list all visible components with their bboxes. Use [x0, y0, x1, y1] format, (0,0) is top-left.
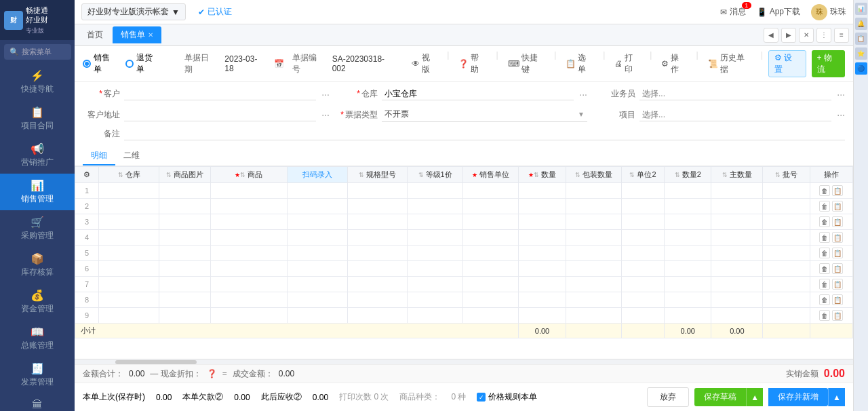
- row-warehouse-9[interactable]: [99, 308, 159, 324]
- sidebar-item-project[interactable]: 📋 项目合同: [0, 100, 75, 137]
- row-pack-qty-7[interactable]: [566, 277, 621, 292]
- row-pack-qty-6[interactable]: [566, 261, 621, 277]
- abandon-button[interactable]: 放弃: [647, 387, 689, 407]
- row-main-qty-2[interactable]: [711, 199, 763, 214]
- row-qty-6[interactable]: [519, 261, 566, 277]
- row-spec-3[interactable]: [347, 214, 407, 230]
- row-scan-5[interactable]: [288, 246, 347, 261]
- table-wrap[interactable]: ⚙ ⇅ 仓库 ⇅ 商品图片 ★⇅ 商品 扫码录入 ⇅ 规格型号 ⇅ 等级1价 ★…: [75, 166, 853, 359]
- right-panel-btn-4[interactable]: ⭐: [855, 47, 867, 60]
- row-unit2-2[interactable]: [621, 199, 664, 214]
- row-copy-btn-8[interactable]: 📋: [832, 294, 843, 305]
- row-batch-3[interactable]: [763, 214, 810, 230]
- row-scan-3[interactable]: [288, 214, 347, 230]
- row-unit-9[interactable]: [463, 308, 519, 324]
- row-spec-5[interactable]: [347, 246, 407, 261]
- tab-sales[interactable]: 销售单 ✕: [113, 26, 161, 43]
- address-picker[interactable]: ···: [321, 109, 330, 120]
- row-qty2-6[interactable]: [665, 261, 711, 277]
- row-scan-2[interactable]: [288, 199, 347, 214]
- shortcut-btn[interactable]: ⌨ 快捷键: [504, 50, 549, 77]
- row-qty-2[interactable]: [519, 199, 566, 214]
- setup-btn[interactable]: ⚙ 设置: [768, 50, 806, 77]
- row-pack-qty-4[interactable]: [566, 230, 621, 246]
- view-btn[interactable]: 👁 视版: [408, 50, 441, 77]
- invoice-select[interactable]: 不开票 ▼: [382, 107, 587, 122]
- sidebar-item-quick-nav[interactable]: ⚡ 快捷导航: [0, 64, 75, 100]
- row-batch-8[interactable]: [763, 292, 810, 308]
- row-warehouse-6[interactable]: [99, 261, 159, 277]
- row-scan-8[interactable]: [288, 292, 347, 308]
- row-delete-btn-7[interactable]: 🗑: [819, 279, 830, 290]
- row-qty-5[interactable]: [519, 246, 566, 261]
- row-product-2[interactable]: [210, 199, 288, 214]
- row-qty2-3[interactable]: [665, 214, 711, 230]
- row-main-qty-1[interactable]: [711, 183, 763, 199]
- row-warehouse-3[interactable]: [99, 214, 159, 230]
- row-spec-8[interactable]: [347, 292, 407, 308]
- warehouse-input[interactable]: [382, 87, 574, 100]
- customer-picker[interactable]: ···: [321, 89, 330, 100]
- row-warehouse-8[interactable]: [99, 292, 159, 308]
- row-unit-6[interactable]: [463, 261, 519, 277]
- row-delete-btn-4[interactable]: 🗑: [819, 232, 830, 243]
- row-spec-6[interactable]: [347, 261, 407, 277]
- tab-detail[interactable]: 明细: [83, 147, 115, 165]
- tab-home[interactable]: 首页: [79, 26, 111, 43]
- row-qty2-7[interactable]: [665, 277, 711, 292]
- row-spec-1[interactable]: [347, 183, 407, 199]
- company-selector[interactable]: 好业财专业版演示帐套 ▼: [81, 3, 186, 20]
- user-menu[interactable]: 珠 珠珠: [811, 4, 846, 20]
- num-value[interactable]: SA-20230318-002: [332, 54, 397, 73]
- row-image-9[interactable]: [159, 308, 210, 324]
- row-spec-2[interactable]: [347, 199, 407, 214]
- row-warehouse-7[interactable]: [99, 277, 159, 292]
- row-copy-btn-6[interactable]: 📋: [832, 263, 843, 274]
- project-input[interactable]: [639, 109, 831, 121]
- row-copy-btn-9[interactable]: 📋: [832, 310, 843, 321]
- sidebar-item-marketing[interactable]: 📢 营销推广: [0, 137, 75, 174]
- row-delete-btn-5[interactable]: 🗑: [819, 248, 830, 258]
- row-price1-6[interactable]: [408, 261, 463, 277]
- row-copy-btn-2[interactable]: 📋: [832, 201, 843, 212]
- row-scan-7[interactable]: [288, 277, 347, 292]
- row-qty2-8[interactable]: [665, 292, 711, 308]
- customer-input[interactable]: [124, 87, 316, 100]
- row-main-qty-4[interactable]: [711, 230, 763, 246]
- row-product-8[interactable]: [210, 292, 288, 308]
- history-btn[interactable]: 📜 历史单据: [704, 50, 755, 77]
- price-check-checkbox[interactable]: ✓: [477, 393, 486, 402]
- row-main-qty-5[interactable]: [711, 246, 763, 261]
- row-main-qty-7[interactable]: [711, 277, 763, 292]
- row-copy-btn-7[interactable]: 📋: [832, 279, 843, 290]
- row-scan-4[interactable]: [288, 230, 347, 246]
- row-pack-qty-1[interactable]: [566, 183, 621, 199]
- th-settings[interactable]: ⚙: [75, 167, 99, 183]
- right-panel-btn-5[interactable]: 🔵: [855, 62, 867, 75]
- sidebar-item-funds[interactable]: 💰 资金管理: [0, 283, 75, 320]
- row-unit-1[interactable]: [463, 183, 519, 199]
- row-qty-1[interactable]: [519, 183, 566, 199]
- row-warehouse-4[interactable]: [99, 230, 159, 246]
- right-panel-btn-2[interactable]: 🔔: [855, 18, 867, 30]
- row-qty2-2[interactable]: [665, 199, 711, 214]
- save-new-button[interactable]: 保存并新增: [768, 388, 828, 406]
- row-batch-7[interactable]: [763, 277, 810, 292]
- row-copy-btn-3[interactable]: 📋: [832, 216, 843, 227]
- app-download-button[interactable]: 📱 App下载: [757, 6, 800, 18]
- row-price1-3[interactable]: [408, 214, 463, 230]
- row-qty2-5[interactable]: [665, 246, 711, 261]
- operation-btn[interactable]: ⚙ 操作: [657, 50, 690, 77]
- row-unit2-8[interactable]: [621, 292, 664, 308]
- select-btn[interactable]: 📋 选单: [561, 50, 597, 77]
- row-product-5[interactable]: [210, 246, 288, 261]
- row-pack-qty-9[interactable]: [566, 308, 621, 324]
- row-unit2-6[interactable]: [621, 261, 664, 277]
- row-delete-btn-1[interactable]: 🗑: [819, 185, 830, 196]
- row-pack-qty-5[interactable]: [566, 246, 621, 261]
- row-delete-btn-2[interactable]: 🗑: [819, 201, 830, 212]
- row-delete-btn-6[interactable]: 🗑: [819, 263, 830, 274]
- row-pack-qty-2[interactable]: [566, 199, 621, 214]
- row-unit2-4[interactable]: [621, 230, 664, 246]
- row-spec-7[interactable]: [347, 277, 407, 292]
